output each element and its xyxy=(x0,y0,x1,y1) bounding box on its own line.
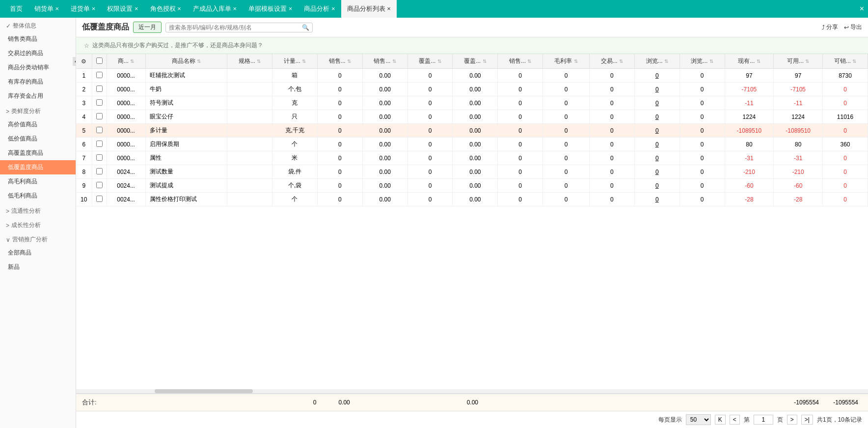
col-browse1[interactable]: 浏览... ⇅ xyxy=(634,54,679,69)
browse-link[interactable]: 0 xyxy=(634,193,679,206)
total-stock1: -1095554 xyxy=(784,397,823,408)
col-checkbox[interactable] xyxy=(92,54,107,69)
row-checkbox[interactable] xyxy=(92,138,107,151)
col-stock2[interactable]: 可用... ⇅ xyxy=(774,54,823,69)
col-unit[interactable]: 计量... ⇅ xyxy=(272,54,317,69)
search-icon[interactable]: 🔍 xyxy=(302,24,309,31)
sidebar-collapse-button[interactable]: « xyxy=(73,57,76,66)
sidebar-group-marketing[interactable]: ∨ 营销推广分析 xyxy=(0,231,76,246)
sidebar-item-sales-goods[interactable]: 销售类商品 xyxy=(0,32,76,46)
sidebar-item-traded-goods[interactable]: 交易过的商品 xyxy=(0,46,76,60)
col-trans[interactable]: 交易... ⇅ xyxy=(589,54,634,69)
browse-link[interactable]: 0 xyxy=(634,124,679,138)
cell-stock1: 1224 xyxy=(725,110,774,124)
row-checkbox[interactable] xyxy=(92,165,107,179)
col-spec[interactable]: 规格... ⇅ xyxy=(227,54,272,69)
sidebar-group-growth[interactable]: > 成长性分析 xyxy=(0,217,76,231)
nav-templates[interactable]: 单据模板设置 × xyxy=(243,0,298,18)
sidebar-group-marketing-arrow: ∨ xyxy=(6,236,10,243)
sidebar-group-circulation-arrow: > xyxy=(6,208,9,215)
nav-purchase[interactable]: 进货单 × xyxy=(65,0,101,18)
nav-home[interactable]: 首页 xyxy=(4,0,28,18)
sidebar-item-all-goods[interactable]: 全部商品 xyxy=(0,246,76,260)
browse-link[interactable]: 0 xyxy=(634,165,679,179)
first-page-button[interactable]: K xyxy=(715,415,726,425)
table-wrapper[interactable]: ⚙ 商... ⇅ 商品名称 ⇅ 规格... ⇅ 计量... ⇅ 销售... ⇅ … xyxy=(76,54,868,389)
cell-unit: 只 xyxy=(272,110,317,124)
last-page-button[interactable]: >| xyxy=(801,415,813,425)
col-cover1[interactable]: 覆盖... ⇅ xyxy=(407,54,453,69)
cell-code: 0000... xyxy=(107,138,145,151)
row-checkbox[interactable] xyxy=(92,151,107,165)
col-margin[interactable]: 毛利率 ⇅ xyxy=(543,54,590,69)
sidebar-group-overall[interactable]: ✓ 整体信息 xyxy=(0,18,76,32)
col-sales1[interactable]: 销售... ⇅ xyxy=(317,54,362,69)
row-checkbox[interactable] xyxy=(92,179,107,193)
row-checkbox[interactable] xyxy=(92,83,107,96)
page-number-input[interactable] xyxy=(754,415,773,425)
content-header: 低覆盖度商品 近一月 🔍 ⤴ 分享 ↩ 导出 xyxy=(76,18,868,37)
prev-page-button[interactable]: < xyxy=(730,415,740,425)
browse-link[interactable]: 0 xyxy=(634,69,679,83)
filter-recent-month-button[interactable]: 近一月 xyxy=(133,22,162,33)
horizontal-scrollbar[interactable] xyxy=(76,389,868,393)
info-banner: ☆ 这类商品只有很少客户购买过，是推广不够，还是商品本身问题？ xyxy=(76,37,868,54)
browse-link[interactable]: 0 xyxy=(634,138,679,151)
cell-sales2: 0.00 xyxy=(362,151,407,165)
row-checkbox[interactable] xyxy=(92,110,107,124)
nav-sales[interactable]: 销货单 × xyxy=(28,0,65,18)
search-input[interactable] xyxy=(169,24,302,31)
row-checkbox[interactable] xyxy=(92,96,107,110)
search-box[interactable]: 🔍 xyxy=(165,23,313,32)
cell-code: 0024... xyxy=(107,165,145,179)
sidebar-group-freshness[interactable]: > 类鲜度分析 xyxy=(0,103,76,117)
browse-link[interactable]: 0 xyxy=(634,179,679,193)
sidebar-item-high-margin[interactable]: 高毛利商品 xyxy=(0,174,76,189)
row-checkbox[interactable] xyxy=(92,124,107,138)
nav-production[interactable]: 产成品入库单 × xyxy=(187,0,243,18)
sidebar-item-new-goods[interactable]: 新品 xyxy=(0,260,76,274)
col-cover2[interactable]: 覆盖... ⇅ xyxy=(453,54,498,69)
sidebar-group-circulation[interactable]: > 流通性分析 xyxy=(0,203,76,217)
col-settings[interactable]: ⚙ xyxy=(76,54,92,69)
sidebar-item-low-coverage[interactable]: 低覆盖度商品 xyxy=(0,160,76,174)
select-all-checkbox[interactable] xyxy=(96,57,103,64)
nav-permissions[interactable]: 权限设置 × xyxy=(101,0,144,18)
browse-link[interactable]: 0 xyxy=(634,151,679,165)
export-button[interactable]: ↩ 导出 xyxy=(844,23,862,31)
browse-link[interactable]: 0 xyxy=(634,83,679,96)
sidebar-item-high-value[interactable]: 高价值商品 xyxy=(0,117,76,132)
col-name[interactable]: 商品名称 ⇅ xyxy=(145,54,227,69)
next-page-button[interactable]: > xyxy=(787,415,797,425)
row-checkbox[interactable] xyxy=(92,69,107,83)
col-sales3[interactable]: 销售... ⇅ xyxy=(498,54,543,69)
sidebar-item-high-coverage[interactable]: 高覆盖度商品 xyxy=(0,146,76,160)
share-button[interactable]: ⤴ 分享 xyxy=(822,23,838,31)
window-close-button[interactable]: × xyxy=(860,4,864,13)
col-code[interactable]: 商... ⇅ xyxy=(107,54,145,69)
col-sales2[interactable]: 销售... ⇅ xyxy=(362,54,407,69)
cell-stock3: 11016 xyxy=(823,110,868,124)
sidebar-item-category-rate[interactable]: 商品分类动销率 xyxy=(0,60,76,75)
col-stock3[interactable]: 可销... ⇅ xyxy=(823,54,868,69)
cell-stock1: -7105 xyxy=(725,83,774,96)
total-records-label: 共1页，10条记录 xyxy=(817,416,862,424)
nav-analysis[interactable]: 商品分析 × xyxy=(298,0,341,18)
sidebar-item-stock-capital[interactable]: 库存资金占用 xyxy=(0,89,76,103)
col-stock1[interactable]: 现有... ⇅ xyxy=(725,54,774,69)
browse-link[interactable]: 0 xyxy=(634,96,679,110)
scrollbar-thumb[interactable] xyxy=(155,389,253,393)
cell-code: 0000... xyxy=(107,124,145,138)
sidebar-item-low-value[interactable]: 低价值商品 xyxy=(0,132,76,146)
nav-roles[interactable]: 角色授权 × xyxy=(144,0,187,18)
page-label-after: 页 xyxy=(777,416,783,424)
nav-analysis-list[interactable]: 商品分析列表 × xyxy=(341,0,397,18)
sidebar-group-growth-label: 成长性分析 xyxy=(11,221,41,229)
col-browse2[interactable]: 浏览... ⇅ xyxy=(679,54,725,69)
browse-link[interactable]: 0 xyxy=(634,110,679,124)
page-size-select[interactable]: 50 100 200 xyxy=(686,414,711,425)
top-nav: 首页 销货单 × 进货单 × 权限设置 × 角色授权 × 产成品入库单 × 单据… xyxy=(0,0,868,18)
sidebar-item-low-margin[interactable]: 低毛利商品 xyxy=(0,189,76,203)
row-checkbox[interactable] xyxy=(92,193,107,206)
sidebar-item-stocked-goods[interactable]: 有库存的商品 xyxy=(0,75,76,89)
